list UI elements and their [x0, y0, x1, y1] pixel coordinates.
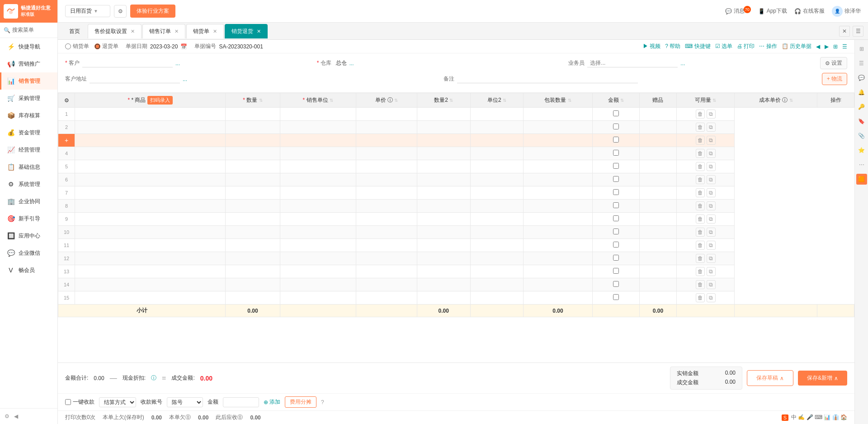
product-input-5[interactable] — [79, 163, 222, 170]
empty-cell[interactable] — [417, 160, 470, 173]
tab-sales-delivery[interactable]: 销货单 ✕ — [186, 24, 224, 38]
product-cell-4[interactable] — [75, 147, 226, 160]
empty-cell[interactable] — [417, 213, 470, 226]
product-input-15[interactable] — [79, 295, 222, 301]
gift-checkbox-1[interactable] — [592, 108, 639, 121]
table-gear-header[interactable]: ⚙ — [58, 93, 75, 108]
empty-cell[interactable] — [524, 265, 592, 278]
sidebar-item-guide[interactable]: 🎯 新手引导 — [0, 210, 57, 227]
product-cell-6[interactable] — [75, 173, 226, 186]
empty-cell[interactable] — [470, 147, 524, 160]
copy-row-button-15[interactable]: ⧉ — [707, 293, 716, 302]
empty-cell[interactable] — [356, 160, 417, 173]
empty-cell[interactable] — [356, 213, 417, 226]
save-new-button[interactable]: 保存&新增 ∧ — [798, 371, 847, 386]
setting-button[interactable]: ⚙ 设置 — [820, 57, 847, 69]
search-menu-item[interactable]: 🔍 搜索菜单 — [0, 23, 57, 38]
address-select-button[interactable]: ... — [183, 76, 187, 82]
tab-sales-order-close[interactable]: ✕ — [175, 29, 179, 34]
empty-cell[interactable] — [470, 278, 524, 291]
empty-cell[interactable] — [417, 147, 470, 160]
empty-cell[interactable] — [280, 252, 356, 265]
gift-checkbox-12[interactable] — [592, 252, 639, 265]
cost-price-sort-icon[interactable]: ⇅ — [789, 98, 793, 103]
empty-cell[interactable] — [640, 160, 677, 173]
sidebar-item-operations[interactable]: 📈 经营管理 — [0, 141, 57, 158]
history-action[interactable]: 📋 历史单据 — [782, 43, 811, 50]
empty-cell[interactable] — [226, 239, 280, 252]
empty-cell[interactable] — [356, 252, 417, 265]
tab-price-setting-close[interactable]: ✕ — [131, 29, 135, 34]
empty-cell[interactable] — [470, 173, 524, 186]
sidebar-item-inventory[interactable]: 📦 库存核算 — [0, 107, 57, 124]
empty-cell[interactable] — [226, 121, 280, 134]
product-input-4[interactable] — [79, 150, 222, 157]
empty-cell[interactable] — [524, 226, 592, 239]
delete-row-button-1[interactable]: 🗑 — [696, 110, 705, 119]
copy-row-button-5[interactable]: ⧉ — [707, 162, 716, 171]
empty-cell[interactable] — [280, 108, 356, 121]
industry-select[interactable]: 日用百货 ▼ — [65, 5, 110, 17]
empty-cell[interactable] — [640, 226, 677, 239]
empty-cell[interactable] — [417, 134, 470, 147]
gift-checkbox-15[interactable] — [592, 291, 639, 305]
empty-cell[interactable] — [470, 108, 524, 121]
empty-cell[interactable] — [417, 121, 470, 134]
product-cell-10[interactable] — [75, 226, 226, 239]
delete-row-button-11[interactable]: 🗑 — [696, 241, 705, 250]
empty-cell[interactable] — [640, 173, 677, 186]
gift-checkbox-input-3[interactable] — [613, 137, 619, 143]
trial-button[interactable]: 体验行业方案 — [130, 5, 175, 18]
right-panel-btn-6[interactable]: 🔖 — [856, 116, 867, 127]
shortcut-action[interactable]: ⌨ 快捷键 — [685, 43, 710, 50]
address-input[interactable] — [90, 75, 180, 83]
delete-row-button-6[interactable]: 🗑 — [696, 175, 705, 184]
customer-select-button[interactable]: ... — [175, 60, 180, 67]
empty-cell[interactable] — [280, 134, 356, 147]
empty-cell[interactable] — [417, 108, 470, 121]
tab-sales-return-close[interactable]: ✕ — [257, 29, 261, 34]
empty-cell[interactable] — [470, 226, 524, 239]
empty-cell[interactable] — [280, 147, 356, 160]
sidebar-item-quick-nav[interactable]: ⚡ 快捷导航 — [0, 38, 57, 55]
product-cell-9[interactable] — [75, 213, 226, 226]
add-logistics-button[interactable]: + 物流 — [822, 73, 847, 85]
one-click-payment-checkbox[interactable] — [65, 399, 71, 405]
cost-allocation-button[interactable]: 费用分摊 — [285, 396, 316, 408]
delete-row-button-4[interactable]: 🗑 — [696, 149, 705, 158]
empty-cell[interactable] — [226, 186, 280, 200]
empty-cell[interactable] — [356, 121, 417, 134]
gift-checkbox-input-4[interactable] — [613, 150, 619, 156]
empty-cell[interactable] — [226, 200, 280, 213]
gift-checkbox-input-11[interactable] — [613, 242, 619, 248]
empty-cell[interactable] — [280, 278, 356, 291]
payment-amount-input[interactable] — [223, 397, 259, 407]
copy-row-button-2[interactable]: ⧉ — [707, 123, 716, 132]
empty-cell[interactable] — [640, 265, 677, 278]
empty-cell[interactable] — [470, 160, 524, 173]
copy-row-button-4[interactable]: ⧉ — [707, 149, 716, 158]
sidebar-item-sales[interactable]: 📊 销售管理 — [0, 72, 57, 90]
empty-cell[interactable] — [417, 252, 470, 265]
right-panel-btn-2[interactable]: ☰ — [856, 58, 867, 69]
empty-cell[interactable] — [356, 200, 417, 213]
gift-checkbox-input-14[interactable] — [613, 281, 619, 287]
quantity2-sort-icon[interactable]: ⇅ — [449, 98, 453, 103]
gift-checkbox-10[interactable] — [592, 226, 639, 239]
empty-cell[interactable] — [417, 291, 470, 305]
product-cell-2[interactable] — [75, 121, 226, 134]
product-cell-14[interactable] — [75, 278, 226, 291]
product-cell-5[interactable] — [75, 160, 226, 173]
delete-row-button-10[interactable]: 🗑 — [696, 228, 705, 237]
product-cell-8[interactable] — [75, 200, 226, 213]
remark-input[interactable] — [457, 75, 638, 83]
empty-cell[interactable] — [640, 147, 677, 160]
save-draft-button[interactable]: 保存草稿 ∧ — [747, 370, 793, 386]
delete-row-button-8[interactable]: 🗑 — [696, 201, 705, 210]
gift-checkbox-3[interactable] — [592, 134, 639, 147]
empty-cell[interactable] — [640, 134, 677, 147]
right-panel-btn-7[interactable]: 📎 — [856, 130, 867, 141]
next-record[interactable]: ▶ — [825, 43, 829, 50]
one-click-payment-label[interactable]: 一键收款 — [65, 398, 94, 406]
delete-row-button-7[interactable]: 🗑 — [696, 188, 705, 197]
